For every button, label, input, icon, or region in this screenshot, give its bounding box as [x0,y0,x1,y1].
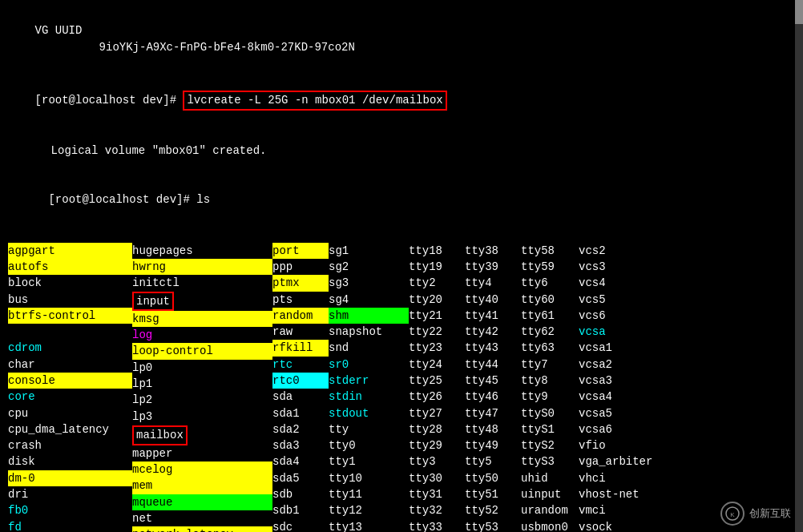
ls-item: vcsa4 [579,389,667,405]
ls-item: tty18 [409,243,465,259]
svg-text:K: K [730,511,735,518]
ls-item: snapshot [329,324,409,340]
ls-item: disk [8,453,132,470]
ls-item: sdc [272,519,329,532]
ls-col3: port ppp ptmx pts random raw rfkill rtc … [272,243,329,532]
ls-item: initctl [132,275,272,291]
ls-item: vcs3 [579,259,667,275]
ls-item: tty38 [465,243,521,259]
watermark-icon: K [725,506,740,521]
ls-item: mqueue [132,494,272,510]
ls-col5: tty18 tty19 tty2 tty20 tty21 tty22 tty23… [409,243,465,532]
ls-line: [root@localhost dev]# ls 创建逻辑区，-L:划分大小，-… [8,175,795,242]
ls-item: kmsg [132,311,272,327]
ls-item: tty26 [409,389,465,405]
ls-item: tty1 [329,453,409,470]
ls-item: vcs6 [579,308,667,324]
watermark-logo: K [720,502,744,526]
ls-item: ttyS3 [521,453,579,470]
ls-item: ptmx [272,275,329,291]
ls-item: tty20 [409,292,465,308]
ls-item: tty24 [409,357,465,373]
ls-item: tty51 [465,486,521,502]
ls-item: rtc0 [272,373,329,389]
ls-item: tty8 [521,373,579,389]
lvcreate-line: [root@localhost dev]# lvcreate -L 25G -n… [8,75,795,127]
ls-item: vcsa2 [579,357,667,373]
ls-item: mapper [132,445,272,461]
ls-item: sda4 [272,453,329,470]
ls-item: sda5 [272,470,329,486]
ls-item: lp3 卷组 [132,409,272,426]
ls-item: sda [272,389,329,405]
ls-item: vcs5 [579,292,667,308]
ls-item: stdout [329,405,409,421]
ls-item: tty25 [409,373,465,389]
ls-item: sr0 [329,357,409,373]
ls-col7: tty58 tty59 tty6 tty60 tty61 tty62 tty63… [521,243,579,532]
ls-item: ppp [272,259,329,275]
ls-item: tty6 [521,275,579,291]
ls-col6: tty38 tty39 tty4 tty40 tty41 tty42 tty43… [465,243,521,532]
ls-item: vsock [579,519,667,532]
ls-item: sg3 [329,275,409,291]
ls-item: tty53 [465,519,521,532]
ls-item: tty29 [409,437,465,453]
ls-item: tty63 [521,340,579,356]
lvcreate-result: Logical volume "mbox01" created. [51,144,267,157]
ls-item: tty46 [465,389,521,405]
lvcreate-command: lvcreate -L 25G -n mbox01 /dev/mailbox [183,91,446,110]
ls-item: network_latency [132,526,272,532]
ls-item: tty48 [465,421,521,437]
ls-item: tty27 [409,405,465,421]
ls-item: tty21 [409,308,465,324]
ls-item: vhci [579,470,667,486]
ls-item: tty45 [465,373,521,389]
ls-item: sda1 [272,405,329,421]
ls-item: tty62 [521,324,579,340]
ls-item: rtc [272,357,329,373]
ls-item: tty11 [329,486,409,502]
ls-item: hugepages [132,243,272,259]
scrollbar[interactable] [795,0,803,532]
ls-item: port [272,243,329,259]
annotation-main: 创建逻辑区，-L:划分大小，-n写个名称 设置中的卷组 [80,210,397,224]
ls-item: tty33 [409,519,465,532]
ls-item: input [132,292,272,311]
ls-item: vcsa5 [579,405,667,421]
ls-item: fd [8,519,132,532]
ls-item: random [272,308,329,324]
ls-item [8,324,132,340]
ls-item: ttyS2 [521,437,579,453]
ls-item: vcs2 [579,243,667,259]
ls-item: tty60 [521,292,579,308]
ls-item: lp2 [132,392,272,408]
ls-item: mcelog [132,461,272,478]
vg-uuid-label: VG UUID [35,24,83,37]
ls-item: mailbox [132,425,272,445]
ls-item: tty13 [329,519,409,532]
ls-item: tty3 [409,453,465,470]
ls-item: vcsa3 [579,373,667,389]
ls-item: cpu_dma_latency [8,421,132,437]
ls-item: urandom [521,502,579,518]
ls-item: tty22 [409,324,465,340]
ls-item: tty39 [465,259,521,275]
ls-item: log [132,327,272,343]
ls-item: char [8,357,132,373]
ls-item: btrfs-control [8,308,132,324]
prompt: [root@localhost dev]# [35,94,184,107]
ls-item: dri [8,486,132,502]
input-item: input [132,292,174,311]
ls-item: autofs [8,259,132,275]
ls-item: fb0 [8,502,132,518]
ls-item: tty7 [521,357,579,373]
ls-item: tty49 [465,437,521,453]
ls-item: tty44 [465,357,521,373]
ls-item: stderr [329,373,409,389]
scrollbar-thumb[interactable] [795,0,803,24]
ls-item: net [132,510,272,526]
ls-item: cpu [8,405,132,421]
ls-col4: sg1 sg2 sg3 sg4 shm snapshot snd sr0 std… [329,243,409,532]
ls-item: tty2 [409,275,465,291]
